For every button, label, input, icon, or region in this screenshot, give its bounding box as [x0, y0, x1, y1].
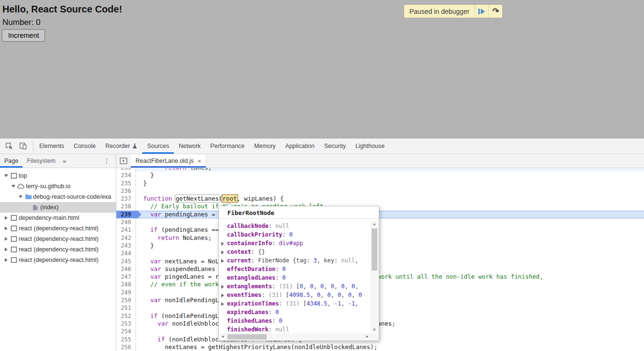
tree-caret-icon[interactable]	[3, 248, 9, 251]
tree-caret-icon[interactable]	[10, 185, 16, 188]
line-number-245[interactable]: 245	[116, 258, 136, 265]
paused-message: Paused in debugger	[404, 5, 475, 18]
code-text: }	[136, 180, 644, 187]
step-over-button[interactable]: ↷	[488, 5, 502, 18]
tree-caret-icon[interactable]	[3, 226, 9, 230]
scroll-down-icon[interactable]: ▼	[371, 327, 378, 333]
line-number-236[interactable]: 236	[116, 187, 136, 195]
tree-item-react-dependency-react-html-[interactable]: react (dependency-react.html)	[0, 234, 116, 244]
property-name: current	[227, 257, 251, 264]
tab-label: Network	[179, 143, 201, 149]
tree-item-debug-react-source-code-exa[interactable]: debug-react-source-code/exa	[0, 192, 116, 202]
more-tabs-button[interactable]: »	[60, 158, 69, 165]
tree-caret-icon[interactable]	[3, 216, 9, 220]
expand-arrow-icon[interactable]	[221, 242, 224, 246]
scroll-left-icon[interactable]: ◀	[219, 333, 226, 340]
line-number-253[interactable]: 253	[116, 320, 136, 328]
expand-arrow-icon[interactable]	[221, 285, 224, 289]
tree-item-terry-su-github-io[interactable]: terry-su.github.io	[0, 181, 116, 192]
line-number-256[interactable]: 256	[116, 343, 136, 351]
expand-arrow-icon[interactable]	[221, 294, 224, 297]
tree-item-top[interactable]: top	[0, 170, 116, 181]
line-number-254[interactable]: 254	[116, 328, 136, 335]
line-number-238[interactable]: 238	[116, 203, 136, 210]
property-name: callbackNode	[227, 223, 269, 229]
line-number-244[interactable]: 244	[116, 249, 136, 257]
tree-item-react-dependency-react-html-[interactable]: react (dependency-react.html)	[0, 223, 116, 234]
tree-item-react-dependency-react-html-[interactable]: react (dependency-react.html)	[0, 244, 116, 255]
scroll-up-icon[interactable]: ▲	[371, 221, 378, 227]
code-line-256: 256 nextLanes = getHighestPriorityLanes(…	[116, 343, 644, 351]
tree-item-react-dependency-react-html-[interactable]: react (dependency-react.html)	[0, 255, 116, 265]
property-expiredLanes: expiredLanes: 0	[219, 308, 379, 317]
expand-arrow-icon[interactable]	[221, 302, 224, 306]
line-number-241[interactable]: 241	[116, 226, 136, 234]
tab-memory[interactable]: Memory	[249, 138, 281, 154]
tab-recorder[interactable]: Recorder	[101, 138, 142, 154]
property-name: finishedLanes	[227, 317, 272, 324]
navigator-tab-filesystem[interactable]: Filesystem	[23, 154, 60, 168]
code-text	[136, 187, 644, 195]
tab-performance[interactable]: Performance	[205, 138, 249, 154]
line-number-248[interactable]: 248	[116, 281, 136, 288]
tab-network[interactable]: Network	[174, 138, 205, 154]
tree-caret-icon[interactable]	[3, 174, 9, 177]
device-toolbar-icon[interactable]	[18, 141, 28, 151]
property-name: effectDuration	[227, 266, 275, 272]
line-number-249[interactable]: 249	[116, 289, 136, 296]
tree-item-dependency-main-html[interactable]: dependency-main.html	[0, 213, 116, 223]
line-number-251[interactable]: 251	[116, 304, 136, 312]
tree-caret-icon[interactable]	[17, 195, 23, 198]
vertical-scroll-thumb[interactable]	[372, 228, 377, 271]
tree-caret-icon[interactable]	[3, 237, 9, 241]
tab-lighthouse[interactable]: Lighthouse	[350, 138, 389, 154]
close-tab-icon[interactable]: ×	[198, 158, 202, 165]
tab-security[interactable]: Security	[319, 138, 350, 154]
line-number-240[interactable]: 240	[116, 218, 136, 226]
tab-elements[interactable]: Elements	[34, 138, 69, 154]
hide-navigator-icon[interactable]	[116, 154, 131, 168]
line-number-252[interactable]: 252	[116, 312, 136, 320]
line-number-246[interactable]: 246	[116, 265, 136, 273]
tab-console[interactable]: Console	[69, 138, 101, 154]
navigator-tab-page[interactable]: Page	[0, 154, 23, 168]
tree-item--index-[interactable]: (index)	[0, 202, 116, 213]
navigator-menu-icon[interactable]: ⋮	[98, 157, 116, 165]
code-line-240: 240	[116, 218, 644, 226]
line-number-233[interactable]: 233	[116, 168, 136, 171]
popover-vertical-scrollbar[interactable]: ▲ ▼	[371, 221, 378, 333]
code-line-249: 249	[116, 289, 644, 296]
property-name: containerInfo	[227, 240, 272, 247]
file-tab-reactfiberlane[interactable]: ReactFiberLane.old.js ×	[131, 154, 206, 168]
counter-text: Number: 0	[2, 18, 40, 27]
scroll-right-icon[interactable]: ▶	[364, 333, 371, 340]
property-effectDuration: effectDuration: 0	[219, 265, 379, 273]
code-text: var pingedLanes = root.pingedLanes; // D…	[136, 273, 644, 281]
line-number-250[interactable]: 250	[116, 296, 136, 304]
expand-arrow-icon[interactable]	[221, 259, 224, 263]
devtools-toolbar: ElementsConsoleRecorderSourcesNetworkPer…	[0, 138, 644, 154]
tree-item-label: react (dependency-react.html)	[19, 236, 99, 242]
code-text: function getNextLanes(root, wipLanes) {	[136, 195, 644, 203]
line-number-239[interactable]: 239	[116, 211, 136, 218]
tree-caret-icon[interactable]	[3, 258, 9, 262]
line-number-243[interactable]: 243	[116, 242, 136, 249]
resume-script-button[interactable]	[475, 5, 488, 18]
cloud-icon	[16, 183, 25, 189]
increment-button[interactable]: Increment	[2, 29, 45, 42]
code-text	[136, 249, 644, 257]
line-number-255[interactable]: 255	[116, 336, 136, 343]
expand-arrow-icon[interactable]	[221, 250, 224, 254]
line-number-237[interactable]: 237	[116, 195, 136, 203]
property-name: finishedWork	[227, 326, 269, 333]
tab-application[interactable]: Application	[281, 138, 319, 154]
tab-sources[interactable]: Sources	[142, 138, 174, 154]
popover-horizontal-scrollbar[interactable]: ◀ ▶	[219, 333, 378, 340]
inspect-element-icon[interactable]	[4, 141, 14, 151]
line-number-234[interactable]: 234	[116, 171, 136, 179]
horizontal-scroll-thumb[interactable]	[227, 334, 267, 340]
code-line-241: 241 if (pendingLanes === NoLanes) {	[116, 226, 644, 234]
line-number-247[interactable]: 247	[116, 273, 136, 281]
line-number-242[interactable]: 242	[116, 234, 136, 242]
line-number-235[interactable]: 235	[116, 180, 136, 187]
